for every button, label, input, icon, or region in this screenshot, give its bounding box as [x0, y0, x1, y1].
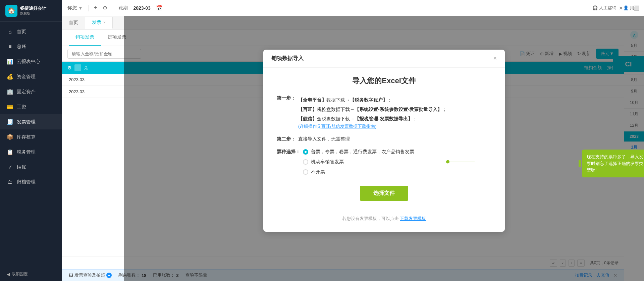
sidebar-item-fund[interactable]: 💰 资金管理: [0, 69, 62, 84]
ticket-choice: 票种选择： 普票，专票，卷票，通行费发票，农产品销售发票: [277, 149, 491, 179]
period-label: 账期: [118, 5, 128, 11]
inventory-icon: 📦: [7, 134, 13, 140]
sidebar-label-home: 首页: [17, 29, 26, 35]
verify-badge: ●: [106, 273, 112, 278]
download-template-link[interactable]: 下载发票模板: [400, 216, 426, 221]
step1-label: 第一步：: [277, 95, 296, 129]
radio-normal-circle: [303, 149, 308, 155]
radio-none-label: 不开票: [311, 169, 325, 175]
step1-line1: 【全电平台】数据下载→【税务数字账户】；: [298, 95, 447, 105]
sidebar-label-fund: 资金管理: [17, 74, 36, 80]
company-selector[interactable]: 你您 ▼: [67, 5, 83, 11]
step2-label: 第二步：: [277, 136, 296, 142]
maximize-window-button[interactable]: ⬜: [629, 1, 644, 15]
row-period1: 2023.03: [69, 77, 85, 82]
report-icon: 📊: [7, 58, 13, 65]
archive-icon: 🗂: [7, 179, 13, 185]
sales-invoice-label: 销项发票: [75, 34, 94, 40]
topbar-divider2: [113, 5, 113, 11]
dialog-hint: 若您没有发票模板，可以点击 下载发票模板: [277, 216, 491, 222]
main-area: 你您 ▼ + ⚙ 账期 2023-03 📅 🎧 人工咨询 👤 用友: [62, 0, 644, 281]
ledger-icon: ≡: [7, 44, 13, 50]
window-controls: ✕ ⬜: [613, 0, 644, 16]
app-edition: 旗舰版: [20, 11, 46, 16]
sidebar-item-checkout[interactable]: ✓ 结账: [0, 160, 62, 175]
radio-motor-label: 机动车销售发票: [311, 159, 344, 165]
sidebar-item-inventory[interactable]: 📦 库存核算: [0, 129, 62, 145]
logo-icon: 🏠: [5, 5, 17, 17]
unpin-label: 取消固定: [12, 271, 28, 277]
sidebar-item-ledger[interactable]: ≡ 总账: [0, 39, 62, 54]
dialog-main-title: 导入您的Excel文件: [277, 76, 491, 86]
calendar-icon[interactable]: 📅: [156, 5, 163, 11]
tooltip-bubble: × 现在支持的票种多了，导入发票时别忘了选择正确的发票类型呀!: [582, 150, 644, 177]
tax-icon: 📋: [7, 149, 13, 155]
dialog-footer: 选择文件: [277, 186, 491, 210]
tab-home[interactable]: 首页: [62, 17, 85, 29]
invoice-verify-icon: 🖼: [69, 273, 73, 278]
ticket-label: 票种选择：: [277, 149, 300, 155]
invoice-verify-label: 发票查验及拍照: [74, 272, 105, 278]
sidebar-unpin[interactable]: ◀ 取消固定: [0, 267, 62, 281]
salary-icon: 💳: [7, 104, 13, 110]
speaker-icon: ◀: [7, 272, 10, 277]
settings-icon[interactable]: ⚙: [103, 5, 107, 11]
dialog-title: 销项数据导入: [271, 55, 304, 62]
assets-icon: 🏢: [7, 89, 13, 95]
app-name: 畅捷通好会计: [20, 6, 46, 11]
sidebar-item-home[interactable]: ⌂ 首页: [0, 24, 62, 39]
tab-invoice-close[interactable]: ×: [103, 20, 106, 25]
radio-normal-dot: [305, 151, 307, 153]
step1-line2: 【百旺】税控盘数据下载→【系统设置-系统参数设置-发票批量导入】；: [298, 105, 447, 114]
add-button[interactable]: +: [94, 4, 98, 11]
company-dropdown-icon[interactable]: ▼: [78, 5, 83, 11]
sidebar-label-inventory: 库存核算: [17, 134, 36, 140]
radio-no-invoice[interactable]: 不开票: [303, 169, 414, 175]
step2-content: 直接导入文件，无需整理: [296, 136, 350, 142]
tooltip-text: 现在支持的票种多了，导入发票时别忘了选择正确的发票类型呀!: [587, 154, 643, 172]
sidebar-item-report[interactable]: 📊 云报表中心: [0, 54, 62, 69]
radio-motor-circle: [303, 159, 308, 165]
hint-text: 若您没有发票模板，可以点击: [342, 216, 399, 221]
sidebar-label-archive: 归档管理: [17, 179, 36, 185]
sidebar-item-archive[interactable]: 🗂 归档管理: [0, 175, 62, 189]
sidebar-item-invoice[interactable]: 🧾 发票管理: [0, 114, 62, 129]
import-dialog: 销项数据导入 × 导入您的Excel文件 第一步： 【全电平台】数据下载→【税务…: [263, 50, 505, 232]
home-icon: ⌂: [7, 29, 13, 35]
sidebar-nav: ⌂ 首页 ≡ 总账 📊 云报表中心 💰 资金管理 🏢 固定资产 💳 工资: [0, 22, 62, 267]
sidebar-label-assets: 固定资产: [17, 89, 36, 95]
sidebar-label-tax: 税务管理: [17, 149, 36, 155]
purchase-invoice-label: 进项发票: [108, 34, 126, 40]
company-name: 你您: [67, 5, 77, 11]
radio-motor-invoice[interactable]: 机动车销售发票: [303, 159, 414, 165]
sidebar-item-tax[interactable]: 📋 税务管理: [0, 145, 62, 160]
tab-sales-invoice[interactable]: 销项发票: [69, 30, 101, 46]
table-select-icon[interactable]: [74, 64, 81, 71]
sidebar-label-salary: 工资: [17, 104, 26, 110]
table-check-label: 兑: [84, 65, 88, 71]
step1-line3: 【航信】金税盘数据下载→【报税管理-发票数据导出】；: [298, 114, 447, 123]
radio-normal-invoice[interactable]: 普票，专票，卷票，通行费发票，农产品销售发票: [303, 149, 414, 155]
radio-normal-label: 普票，专票，卷票，通行费发票，农产品销售发票: [311, 149, 414, 155]
tab-invoice-label: 发票: [92, 19, 101, 25]
sidebar-item-assets[interactable]: 🏢 固定资产: [0, 84, 62, 99]
table-gear-icon[interactable]: ⚙: [67, 65, 72, 70]
tab-home-label: 首页: [69, 20, 78, 26]
topbar-divider: [88, 5, 89, 11]
app-logo: 🏠 畅捷通好会计 旗舰版: [0, 0, 62, 22]
step-1: 第一步： 【全电平台】数据下载→【税务数字账户】； 【百旺】税控盘数据下载→【系…: [277, 95, 491, 129]
sidebar-label-report: 云报表中心: [17, 59, 40, 65]
close-window-button[interactable]: ✕: [613, 1, 629, 15]
tab-invoice[interactable]: 发票 ×: [85, 17, 113, 29]
sidebar: 🏠 畅捷通好会计 旗舰版 ⌂ 首页 ≡ 总账 📊 云报表中心 💰 资金管理: [0, 0, 62, 281]
checkout-icon: ✓: [7, 164, 13, 170]
dialog-close-button[interactable]: ×: [493, 55, 497, 61]
select-file-button[interactable]: 选择文件: [360, 186, 408, 201]
topbar: 你您 ▼ + ⚙ 账期 2023-03 📅 🎧 人工咨询 👤 用友: [62, 0, 644, 16]
dialog-header: 销项数据导入 ×: [263, 50, 505, 68]
step1-guide-link[interactable]: (详细操作见百旺/航信发票数据下载指南): [298, 123, 447, 129]
fund-icon: 💰: [7, 73, 13, 80]
headset-icon: 🎧: [592, 5, 598, 10]
sidebar-item-salary[interactable]: 💳 工资: [0, 99, 62, 114]
radio-none-circle: [303, 169, 308, 175]
